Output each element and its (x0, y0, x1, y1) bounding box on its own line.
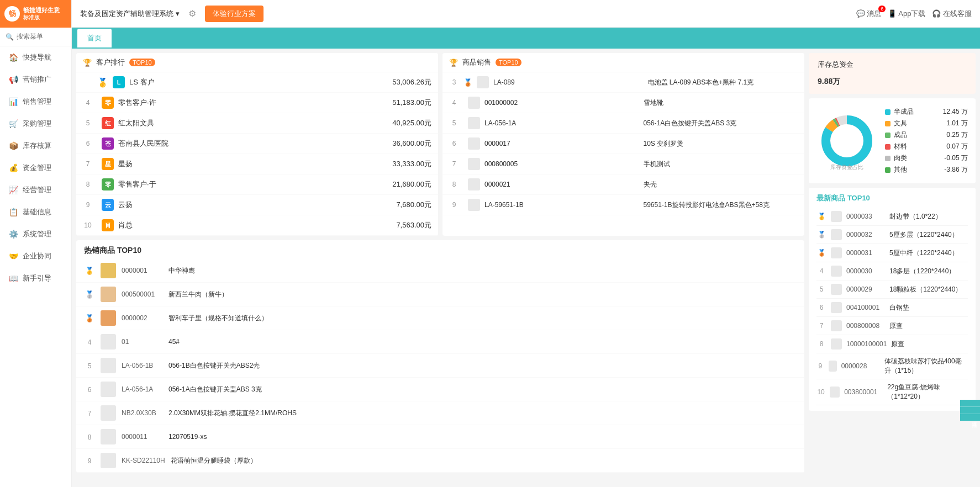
hot-product-row: 4 01 45# (76, 330, 804, 354)
product-rank-row: 9 LA-59651-1B 59651-1B旋转投影灯电池盒ABS黑色+58克 (442, 195, 804, 215)
new-product-row: 7 000800008 原查 (816, 317, 968, 335)
customer-rank-row: 8 零 零售客户·于 21,680.00元 (76, 174, 438, 195)
hot-product-row: 6 LA-056-1A 056-1A白色按键开关盖ABS 3克 (76, 378, 804, 401)
gold-medal-icon: 🥇 (97, 77, 108, 88)
customer-rank-row: 6 苍 苍南县人民医院 36,600.00元 (76, 134, 438, 154)
settings-icon: ⚙️ (8, 229, 18, 239)
logo-text: 畅捷通好生意 (23, 6, 60, 14)
sidebar-item-label: 快捷导航 (23, 52, 51, 62)
hot-product-image (101, 310, 116, 326)
sidebar-item-label: 企业协同 (23, 251, 51, 261)
settings-gear-icon[interactable]: ⚙ (188, 8, 196, 19)
hot-product-row: 7 NB2.0X30B 2.0X30MM双排花轴.摆花直径2.1MM/ROHS (76, 401, 804, 425)
system-name-dropdown[interactable]: 装备及固定资产辅助管理系统 ▾ (80, 9, 180, 19)
sidebar-item-qiye[interactable]: 🤝 企业协同 (0, 245, 71, 267)
customer-rank-row: 🥇 L LS 客户 53,006.26元 (76, 72, 438, 93)
search-menu-button[interactable]: 🔍 搜索菜单 (6, 32, 43, 41)
avatar: L (113, 76, 125, 88)
legend-item: 半成品 12.45 万 (885, 106, 968, 118)
new-product-row: 10 003800001 22g鱼豆腐·烧烤味（1*12*20） (816, 379, 968, 405)
new-product-row: 🥈 0000032 5厘多层（1220*2440） (816, 226, 968, 244)
inventory-title: 库存总资金 (818, 60, 967, 70)
sidebar-item-kuaijie[interactable]: 🏠 快捷导航 (0, 46, 71, 68)
sidebar-item-label: 营销推广 (23, 75, 51, 84)
right-panel: 库存总资金 9.88万 (809, 49, 980, 487)
tab-home[interactable]: 首页 (77, 29, 112, 47)
message-badge-wrap[interactable]: 💬 6 消息 (856, 9, 882, 19)
legend-dot-icon (885, 144, 891, 150)
hot-product-image (101, 382, 116, 397)
bronze-medal-icon: 🥉 (85, 314, 94, 322)
trial-button[interactable]: 体验行业方案 (205, 6, 264, 22)
legend-item: 成品 0.25 万 (885, 129, 968, 141)
float-live-btn[interactable]: 直播 (960, 414, 980, 421)
new-product-image (830, 387, 840, 398)
basic-icon: 📋 (8, 207, 18, 217)
new-product-row: 6 004100001 白钢垫 (816, 299, 968, 317)
legend-dot-icon (885, 109, 891, 115)
phone-icon: 📱 (888, 9, 897, 18)
sidebar-nav: 🏠 快捷导航 📢 营销推广 📊 销售管理 🛒 采购管理 📦 库存核算 💰 资金管… (0, 46, 71, 487)
app-download-link[interactable]: 📱 App下载 (888, 9, 925, 19)
new-product-image (831, 302, 842, 313)
marketing-icon: 📢 (8, 75, 18, 84)
product-rank-row: 4 001000002 雪地靴 (442, 93, 804, 113)
sidebar-item-xitong[interactable]: ⚙️ 系统管理 (0, 223, 71, 245)
legend-dot-icon (885, 167, 891, 173)
full-content: 首页 🏆 客户排行 TOP10 (72, 28, 980, 487)
sidebar-item-label: 资金管理 (23, 163, 51, 173)
sidebar-item-label: 基础信息 (23, 207, 51, 217)
sidebar-item-label: 采购管理 (23, 119, 51, 129)
legend-item: 材料 0.07 万 (885, 141, 968, 152)
inventory-icon: 📦 (8, 141, 18, 151)
inventory-chart-area: 库存资金占比 半成品 12.45 万 文具 1.01 万 (809, 98, 976, 183)
customer-rank-row: 7 星 星扬 33,333.00元 (76, 154, 438, 174)
product-ranking-panel: 🏆 商品销售 TOP10 3 🥉 LA-089 电池盖 LA-089 ABS本色… (442, 53, 804, 236)
sidebar-item-yingxiao[interactable]: 📢 营销推广 (0, 68, 71, 91)
online-service-link[interactable]: 🎧 在线客服 (932, 9, 972, 19)
search-menu-label: 搜索菜单 (17, 32, 43, 41)
hot-product-row: 8 0000011 12070519-xs (76, 425, 804, 449)
finance-icon: 💰 (8, 163, 18, 173)
hot-product-image (101, 287, 116, 302)
sidebar-item-jichu[interactable]: 📋 基础信息 (0, 201, 71, 223)
bronze-medal-icon: 🥉 (463, 78, 472, 87)
hot-product-image (101, 263, 116, 278)
sidebar-item-label: 库存核算 (23, 141, 51, 151)
customer-ranking-badge: TOP10 (129, 59, 155, 66)
sidebar-item-kucun[interactable]: 📦 库存核算 (0, 135, 71, 157)
product-ranking-header: 🏆 商品销售 TOP10 (442, 53, 804, 72)
avatar: 红 (102, 117, 114, 129)
new-product-row: 9 0000028 体碳荔枝味苏打饮品400毫升（1*15） (816, 353, 968, 379)
customer-rank-row: 4 零 零售客户·许 51,183.00元 (76, 93, 438, 113)
sidebar-item-caigou[interactable]: 🛒 采购管理 (0, 113, 71, 135)
hot-product-image (101, 405, 116, 421)
float-customer-service-btn[interactable]: 客服热线 (960, 400, 980, 407)
new-product-image (829, 361, 837, 372)
hot-product-row: 5 LA-056-1B 056-1B白色按键开关壳ABS2壳 (76, 354, 804, 378)
tab-bar: 首页 (72, 28, 980, 49)
hot-product-image (101, 334, 116, 350)
sidebar-item-xinshou[interactable]: 📖 新手引导 (0, 267, 71, 289)
guide-icon: 📖 (8, 273, 18, 283)
sidebar-logo: 畅 畅捷通好生意 标准版 (0, 0, 71, 28)
customer-ranking-panel: 🏆 客户排行 TOP10 🥇 L LS 客户 53,006.26元 (76, 53, 438, 236)
inventory-summary: 库存总资金 9.88万 (809, 53, 976, 94)
online-service-label: 在线客服 (943, 9, 972, 18)
logo-icon: 畅 (4, 6, 20, 22)
avatar: 星 (102, 158, 114, 170)
customer-ranking-title: 客户排行 (96, 57, 125, 67)
trophy-icon: 🏆 (449, 59, 458, 67)
legend-dot-icon (885, 121, 891, 126)
avatar: 零 (102, 97, 114, 109)
center-panels: 🏆 客户排行 TOP10 🥇 L LS 客户 53,006.26元 (72, 49, 809, 487)
sidebar-item-xiaoshou[interactable]: 📊 销售管理 (0, 91, 71, 113)
sidebar-item-zijin[interactable]: 💰 资金管理 (0, 157, 71, 179)
app-download-label: App下载 (898, 9, 925, 18)
sidebar-search-area[interactable]: 🔍 搜索菜单 (0, 28, 71, 46)
sidebar-item-jingying[interactable]: 📈 经营管理 (0, 179, 71, 201)
new-product-image (831, 338, 842, 350)
float-service-community-btn[interactable]: 服务社区 (960, 407, 980, 414)
product-rank-row: 5 LA-056-1A 056-1A白色按键开关盖ABS 3克 (442, 113, 804, 134)
avatar: 云 (102, 199, 114, 211)
